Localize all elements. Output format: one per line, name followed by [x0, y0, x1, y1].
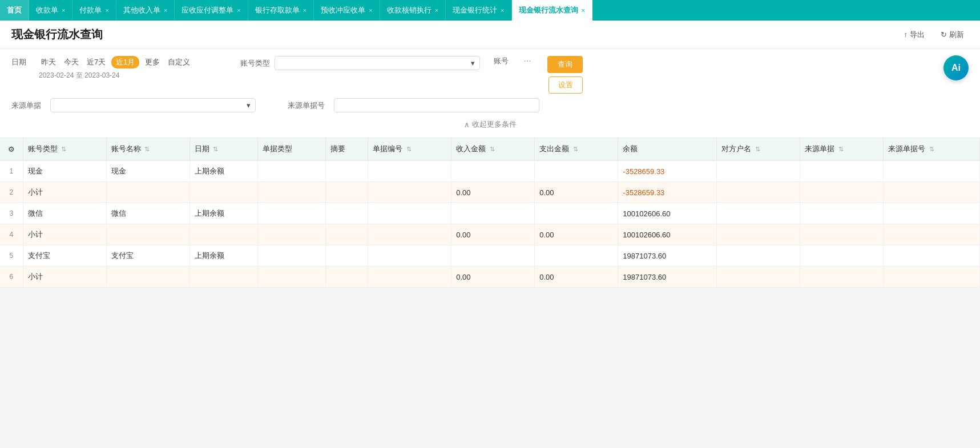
- date-opt-yesterday[interactable]: 昨天: [39, 56, 58, 68]
- sort-icon: ⇅: [61, 146, 66, 152]
- table-row[interactable]: 6小计0.000.0019871073.60: [0, 267, 980, 288]
- nav-tab-0[interactable]: 收款单 ×: [29, 0, 72, 21]
- filter-area: 日期 昨天 今天 近7天 近1月 更多 自定义 2023-02-24 至 202…: [0, 49, 980, 138]
- table-row[interactable]: 1现金现金上期余额-3528659.33: [0, 160, 980, 182]
- date-opt-7days[interactable]: 近7天: [84, 56, 108, 68]
- source-doc-select[interactable]: ▾: [50, 98, 256, 112]
- col-gear[interactable]: ⚙: [0, 138, 23, 160]
- sort-icon: ⇅: [406, 146, 412, 152]
- sort-icon: ⇅: [144, 146, 150, 152]
- source-doc-no-input[interactable]: [334, 98, 539, 112]
- refresh-button[interactable]: ↻ 刷新: [936, 27, 969, 42]
- col-doc-no[interactable]: 单据编号 ⇅: [368, 138, 451, 160]
- right-panel: 查询 设置: [547, 56, 583, 94]
- col-doc-type: 单据类型: [257, 138, 325, 160]
- export-icon: ↑: [904, 30, 908, 39]
- page-header: 现金银行流水查询 ↑ 导出 ↻ 刷新: [0, 21, 980, 49]
- table-row[interactable]: 3微信微信上期余额100102606.60: [0, 203, 980, 224]
- page-title: 现金银行流水查询: [11, 27, 103, 42]
- nav-tab-6[interactable]: 收款核销执行 ×: [380, 0, 446, 21]
- refresh-icon: ↻: [941, 30, 947, 39]
- table-row[interactable]: 2小计0.000.00-3528659.33: [0, 182, 980, 203]
- sort-icon: ⇅: [929, 146, 934, 152]
- account-type-label: 账号类型: [240, 58, 270, 68]
- table-header-row: ⚙ 账号类型 ⇅ 账号名称 ⇅ 日期 ⇅ 单据类型: [0, 138, 980, 160]
- nav-tab-2[interactable]: 其他收入单 ×: [116, 0, 175, 21]
- sort-icon: ⇅: [490, 146, 495, 152]
- nav-tab-8[interactable]: 现金银行流水查询 ×: [512, 0, 592, 21]
- close-icon[interactable]: ×: [435, 7, 438, 14]
- nav-tab-7[interactable]: 现金银行统计 ×: [446, 0, 511, 21]
- source-doc-no-label: 来源单据号: [288, 100, 325, 111]
- export-button[interactable]: ↑ 导出: [900, 27, 930, 42]
- col-account-type[interactable]: 账号类型 ⇅: [23, 138, 106, 160]
- table-row[interactable]: 5支付宝支付宝上期余额19871073.60: [0, 245, 980, 267]
- collapse-bar[interactable]: ∧ 收起更多条件: [11, 117, 969, 133]
- nav-home[interactable]: 首页: [0, 0, 29, 21]
- date-opt-today[interactable]: 今天: [62, 56, 81, 68]
- nav-tab-1[interactable]: 付款单 ×: [72, 0, 116, 21]
- col-summary: 摘要: [325, 138, 368, 160]
- account-ellipsis-button[interactable]: ···: [521, 56, 533, 66]
- table-row[interactable]: 4小计0.000.00100102606.60: [0, 224, 980, 245]
- date-options: 昨天 今天 近7天 近1月 更多 自定义: [39, 56, 192, 68]
- close-icon[interactable]: ×: [105, 7, 108, 14]
- close-icon[interactable]: ×: [369, 7, 372, 14]
- sort-icon: ⇅: [755, 146, 760, 152]
- date-range-display: 2023-02-24 至 2023-03-24: [39, 71, 119, 79]
- setting-button[interactable]: 设置: [549, 76, 583, 94]
- query-button[interactable]: 查询: [547, 56, 583, 73]
- close-icon[interactable]: ×: [164, 7, 167, 14]
- ai-button[interactable]: Ai: [943, 55, 969, 80]
- chevron-down-icon: ▾: [471, 59, 475, 67]
- date-opt-more[interactable]: 更多: [143, 56, 162, 68]
- chevron-down-icon: ▾: [247, 101, 251, 110]
- sort-icon: ⇅: [838, 146, 844, 152]
- data-table: ⚙ 账号类型 ⇅ 账号名称 ⇅ 日期 ⇅ 单据类型: [0, 138, 980, 288]
- nav-tab-5[interactable]: 预收冲应收单 ×: [314, 0, 380, 21]
- date-opt-custom[interactable]: 自定义: [166, 56, 192, 68]
- close-icon[interactable]: ×: [237, 7, 240, 14]
- close-icon[interactable]: ×: [62, 7, 65, 14]
- top-nav: 首页 收款单 × 付款单 × 其他收入单 × 应收应付调整单 × 银行存取款单 …: [0, 0, 980, 21]
- table-container: ⚙ 账号类型 ⇅ 账号名称 ⇅ 日期 ⇅ 单据类型: [0, 138, 980, 288]
- header-actions: ↑ 导出 ↻ 刷新: [900, 27, 969, 42]
- source-doc-label: 来源单据: [11, 100, 41, 111]
- date-label: 日期: [11, 57, 34, 67]
- filter-row-2: 来源单据 ▾ 来源单据号: [11, 98, 969, 112]
- col-account-name[interactable]: 账号名称 ⇅: [106, 138, 189, 160]
- close-icon[interactable]: ×: [501, 7, 504, 14]
- col-date[interactable]: 日期 ⇅: [189, 138, 257, 160]
- collapse-icon: ∧: [464, 120, 470, 129]
- gear-icon: ⚙: [8, 145, 15, 154]
- sort-icon: ⇅: [213, 146, 218, 152]
- col-income[interactable]: 收入金额 ⇅: [451, 138, 535, 160]
- close-icon[interactable]: ×: [303, 7, 306, 14]
- nav-tab-3[interactable]: 应收应付调整单 ×: [175, 0, 248, 21]
- col-balance: 余额: [618, 138, 717, 160]
- col-counterpart[interactable]: 对方户名 ⇅: [717, 138, 800, 160]
- date-opt-1month[interactable]: 近1月: [111, 56, 139, 68]
- account-label: 账号: [494, 56, 517, 66]
- nav-tab-4[interactable]: 银行存取款单 ×: [248, 0, 314, 21]
- close-icon[interactable]: ×: [582, 7, 585, 14]
- sort-icon: ⇅: [573, 146, 578, 152]
- account-type-select[interactable]: ▾: [275, 56, 480, 70]
- col-source-doc-no[interactable]: 来源单据号 ⇅: [884, 138, 980, 160]
- col-source-doc[interactable]: 来源单据 ⇅: [800, 138, 884, 160]
- col-expense[interactable]: 支出金额 ⇅: [535, 138, 618, 160]
